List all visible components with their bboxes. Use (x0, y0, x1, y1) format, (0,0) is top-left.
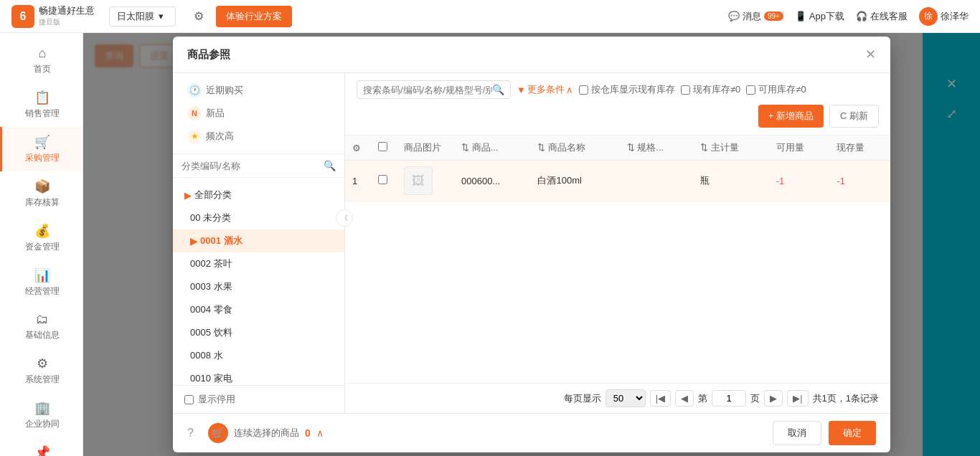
branch-selector[interactable]: 日太阳膜 ▾ (109, 6, 176, 27)
category-list: ▶ 全部分类 00 未分类 ▶ 0001 酒水 0002 茶 (173, 178, 344, 385)
search-bar: 🔍 ▼ 更多条件 ∧ 按仓库显示现有库存 (345, 73, 890, 136)
service-item[interactable]: 🎧 在线客服 (856, 10, 908, 23)
next-page-button[interactable]: ▶ (764, 390, 783, 407)
refresh-button[interactable]: C 刷新 (829, 105, 879, 128)
cart-area: 🛒 连续选择的商品 0 ∧ (208, 423, 324, 443)
category-search-input[interactable] (182, 161, 319, 171)
current-stock-checkbox[interactable] (681, 85, 690, 95)
col-code[interactable]: ⇅ 商品... (454, 136, 530, 161)
col-stock: 现存量 (829, 136, 890, 161)
page-input[interactable] (712, 390, 746, 407)
sales-icon: 📋 (34, 90, 50, 105)
modal-close-button[interactable]: ✕ (865, 47, 876, 62)
home-icon: ⌂ (39, 46, 47, 61)
category-item-00[interactable]: 00 未分类 (173, 206, 344, 229)
filter-new[interactable]: N 新品 (182, 102, 336, 125)
cart-icon[interactable]: 🛒 (208, 423, 228, 443)
col-name[interactable]: ⇅ 商品名称 (530, 136, 619, 161)
cancel-button[interactable]: 取消 (773, 421, 821, 445)
cell-check[interactable] (371, 161, 397, 201)
search-input[interactable] (363, 85, 492, 95)
star-icon: ★ (187, 129, 202, 143)
show-disabled-checkbox[interactable] (184, 395, 194, 404)
modal-footer: ? 🛒 连续选择的商品 0 ∧ 取消 确定 (173, 413, 890, 452)
message-item[interactable]: 💬 消息 99+ (728, 10, 783, 23)
total-info: 共1页，1条记录 (813, 392, 879, 405)
cell-name: 白酒100ml (530, 161, 619, 201)
warehouse-stock-checkbox[interactable] (579, 85, 588, 95)
filter-more-button[interactable]: ▼ 更多条件 ∧ (517, 83, 573, 96)
sidebar-item-label: 企业协同 (25, 418, 60, 430)
enterprise-icon: 🏢 (34, 400, 50, 416)
category-item-0001[interactable]: ▶ 0001 酒水 (173, 229, 344, 252)
category-item-0008[interactable]: 0008 水 (173, 344, 344, 367)
message-icon: 💬 (728, 11, 740, 22)
category-item-0002[interactable]: 0002 茶叶 (173, 252, 344, 275)
sidebar-item-label: 系统管理 (25, 374, 60, 386)
show-warehouse-stock-label[interactable]: 按仓库显示现有库存 (579, 83, 675, 96)
sidebar-item-purchase[interactable]: 🛒 采购管理 (0, 127, 83, 171)
experience-button[interactable]: 体验行业方案 (216, 6, 292, 27)
sidebar-item-home[interactable]: ⌂ 首页 (0, 39, 83, 82)
settings-icon[interactable]: ⚙ (187, 5, 210, 28)
sidebar-item-system[interactable]: ⚙ 系统管理 (0, 348, 83, 393)
first-page-button[interactable]: |◀ (650, 390, 671, 407)
arrow-icon: ▶ (190, 236, 197, 247)
cell-available: -1 (769, 161, 830, 201)
col-settings[interactable]: ⚙ (345, 136, 371, 161)
cell-stock: -1 (829, 161, 890, 201)
available-stock-label[interactable]: 可用库存≠0 (746, 83, 806, 96)
user-item[interactable]: 徐 徐泽华 (919, 7, 969, 26)
app-download-item[interactable]: 📱 App下载 (795, 10, 844, 23)
quick-filters: 🕐 近期购买 N 新品 ★ 频次高 (173, 73, 344, 154)
prev-page-button[interactable]: ◀ (675, 390, 694, 407)
confirm-button[interactable]: 确定 (829, 421, 876, 445)
search-button[interactable]: 🔍 (492, 84, 504, 95)
help-icon[interactable]: ? (187, 427, 194, 440)
show-disabled-label: 显示停用 (198, 393, 235, 406)
collapse-panel-button[interactable]: 《 (336, 209, 353, 227)
col-spec[interactable]: ⇅ 规格... (620, 136, 693, 161)
category-item-0010[interactable]: 0010 家电 (173, 367, 344, 385)
logo-line2: 捷豆版 (39, 17, 95, 27)
logo-line1: 畅捷通好生意 (39, 5, 95, 17)
category-item-0004[interactable]: 0004 零食 (173, 298, 344, 321)
sidebar-item-enterprise[interactable]: 🏢 企业协同 (0, 393, 83, 437)
arrow-icon: ▶ (184, 190, 192, 201)
filter-frequent[interactable]: ★ 频次高 (182, 125, 336, 148)
modal-header: 商品参照 ✕ (173, 37, 890, 73)
sidebar-item-sales[interactable]: 📋 销售管理 (0, 82, 83, 127)
sidebar-item-basics[interactable]: 🗂 基础信息 (0, 305, 83, 348)
col-unit[interactable]: ⇅ 主计量 (693, 136, 769, 161)
category-item-0005[interactable]: 0005 饮料 (173, 321, 344, 344)
category-item-0003[interactable]: 0003 水果 (173, 275, 344, 298)
add-product-button[interactable]: + 新增商品 (758, 105, 824, 128)
current-stock-label[interactable]: 现有库存≠0 (681, 83, 740, 96)
sidebar-item-inventory[interactable]: 📦 库存核算 (0, 171, 83, 216)
sidebar-item-guide[interactable]: 📌 新手引导 (0, 437, 83, 456)
filter-recent[interactable]: 🕐 近期购买 (182, 79, 336, 102)
collapse-cart-button[interactable]: ∧ (316, 427, 324, 439)
table-row[interactable]: 1 🖼 000600... 白酒100ml (345, 161, 890, 201)
row-checkbox[interactable] (378, 175, 387, 184)
nav-right: 💬 消息 99+ 📱 App下载 🎧 在线客服 徐 徐泽华 (728, 7, 969, 26)
filter-icon: ▼ (517, 85, 526, 95)
chevron-up-icon: ∧ (566, 85, 573, 95)
chevron-down-icon: ▾ (159, 11, 164, 22)
table-actions: + 新增商品 C 刷新 (758, 105, 879, 128)
available-stock-checkbox[interactable] (746, 85, 755, 95)
sidebar-item-label: 经营管理 (25, 285, 60, 298)
product-table-wrap: ⚙ 商品图片 ⇅ 商品... ⇅ 商品名称 ⇅ 规格... ⇅ 主计量 (345, 136, 890, 383)
page-size-select[interactable]: 50 10 20 100 (606, 389, 646, 407)
search-icon[interactable]: 🔍 (324, 160, 336, 171)
sidebar-item-label: 销售管理 (25, 108, 60, 120)
product-image: 🖼 (404, 166, 433, 195)
sidebar-item-finance[interactable]: 💰 资金管理 (0, 216, 83, 260)
category-item-all[interactable]: ▶ 全部分类 (173, 184, 344, 206)
sidebar-item-operations[interactable]: 📊 经营管理 (0, 260, 83, 305)
inventory-icon: 📦 (34, 179, 50, 194)
last-page-button[interactable]: ▶| (787, 390, 808, 407)
select-all-checkbox[interactable] (378, 142, 387, 151)
basics-icon: 🗂 (36, 312, 49, 327)
sidebar-item-label: 基础信息 (25, 329, 60, 341)
